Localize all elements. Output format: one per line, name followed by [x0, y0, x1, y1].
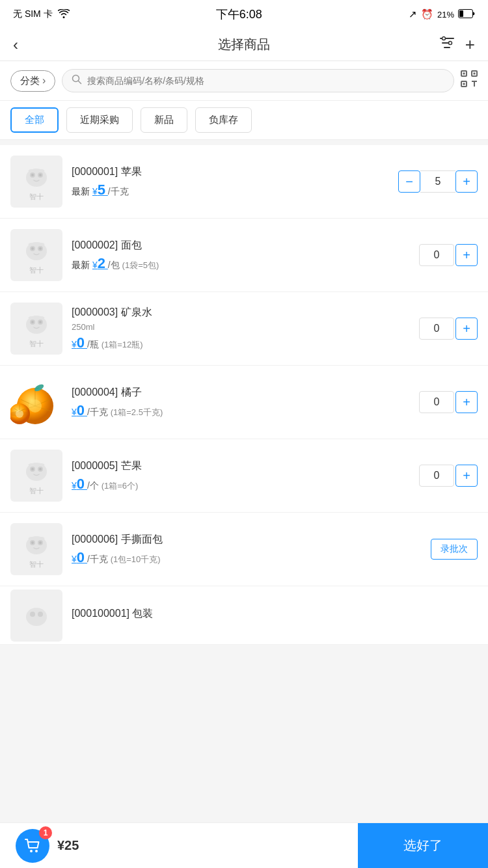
list-item: 智十 [0000003] 矿泉水 250ml ¥0 /瓶 (1箱=12瓶) + — [0, 292, 488, 366]
search-input[interactable] — [87, 75, 444, 86]
product-name: [0000001] 苹果 — [72, 165, 389, 179]
product-info: [0000006] 手撕面包 ¥0 /千克 (1包=10千克) — [72, 533, 422, 566]
product-name: [0000004] 橘子 — [72, 386, 410, 400]
quantity-control: + — [419, 244, 478, 266]
product-info: [0000001] 苹果 最新 ¥5 /千克 — [72, 165, 389, 198]
qty-input[interactable] — [419, 244, 454, 266]
qty-increase-button[interactable]: + — [455, 244, 478, 266]
list-item: 智十 [0000005] 芒果 ¥0 /个 (1箱=6个) + — [0, 439, 488, 513]
currency-symbol: ¥ — [92, 260, 98, 270]
add-icon[interactable]: + — [465, 34, 475, 55]
filter-bar: 分类 › — [0, 61, 488, 101]
product-price: 最新 ¥5 /千克 — [72, 182, 389, 198]
price-note: (1箱=12瓶) — [102, 340, 143, 349]
wifi-icon — [58, 9, 70, 20]
product-price: ¥0 /个 (1箱=6个) — [72, 476, 410, 493]
status-left: 无 SIM 卡 — [13, 8, 70, 20]
confirm-button[interactable]: 选好了 — [358, 823, 488, 869]
price-note: (1袋=5包) — [122, 260, 159, 270]
cart-area: 1 ¥25 — [0, 829, 358, 863]
svg-point-51 — [31, 468, 34, 470]
product-info: [0000004] 橘子 ¥0 /千克 (1箱=2.5千克) — [72, 386, 410, 419]
price-value: ¥2 — [92, 260, 108, 270]
thumb-app-label: 智十 — [29, 339, 44, 349]
thumb-app-label: 智十 — [29, 560, 44, 569]
tab-recent[interactable]: 近期采购 — [66, 107, 133, 133]
svg-point-25 — [31, 247, 34, 250]
product-thumbnail: 智十 — [10, 303, 62, 355]
tab-negative[interactable]: 负库存 — [195, 107, 252, 133]
battery-icon — [458, 9, 475, 20]
qty-increase-button[interactable]: + — [455, 318, 478, 340]
price-value: ¥0 — [72, 480, 87, 491]
back-button[interactable]: ‹ — [13, 36, 18, 54]
currency-symbol: ¥ — [72, 554, 77, 564]
thumb-placeholder: 智十 — [22, 309, 51, 349]
product-info: [000100001] 包装 — [72, 607, 478, 623]
svg-point-47 — [29, 400, 42, 413]
tab-new[interactable]: 新品 — [141, 107, 187, 133]
svg-point-21 — [39, 174, 42, 176]
status-time: 下午6:08 — [216, 7, 262, 22]
thumb-app-label: 智十 — [29, 192, 44, 202]
currency-symbol: ¥ — [92, 186, 98, 197]
filter-icon[interactable] — [439, 36, 455, 54]
product-spec-top: 250ml — [72, 322, 410, 332]
price-unit: /瓶 — [87, 339, 99, 349]
currency-symbol: ¥ — [72, 407, 77, 417]
svg-point-60 — [38, 612, 43, 617]
svg-point-59 — [30, 612, 35, 617]
list-item: [0000004] 橘子 ¥0 /千克 (1箱=2.5千克) + — [0, 366, 488, 439]
qty-input[interactable] — [419, 391, 454, 413]
price-value: ¥0 — [72, 339, 87, 349]
tabs-bar: 全部 近期采购 新品 负库存 — [0, 101, 488, 140]
currency-symbol: ¥ — [72, 480, 77, 491]
qty-increase-button[interactable]: + — [455, 391, 478, 413]
currency-symbol: ¥ — [72, 339, 77, 349]
product-thumbnail — [10, 590, 62, 642]
product-thumbnail — [10, 376, 62, 428]
location-icon: ↗ — [409, 8, 417, 20]
qty-input[interactable] — [419, 318, 454, 340]
price-unit: /个 — [87, 480, 99, 491]
thumb-app-label: 智十 — [29, 265, 44, 275]
nav-bar: ‹ 选择商品 + — [0, 29, 488, 61]
nav-right: + — [439, 34, 475, 55]
svg-rect-14 — [463, 83, 465, 85]
price-value: ¥0 — [72, 407, 87, 417]
product-name: [0000002] 面包 — [72, 239, 410, 252]
price-value: ¥5 — [92, 186, 108, 197]
svg-rect-13 — [474, 73, 476, 75]
tab-all[interactable]: 全部 — [10, 107, 59, 133]
price-value: ¥0 — [72, 554, 87, 564]
product-name: [0000005] 芒果 — [72, 459, 410, 473]
qty-input[interactable] — [419, 465, 454, 487]
bottom-bar: 1 ¥25 选好了 — [0, 822, 488, 868]
alarm-icon: ⏰ — [421, 8, 433, 20]
product-info: [0000002] 面包 最新 ¥2 /包 (1袋=5包) — [72, 239, 410, 272]
quantity-control: − + — [398, 170, 478, 193]
svg-point-61 — [30, 850, 33, 852]
category-button[interactable]: 分类 › — [10, 70, 55, 92]
list-item: 智十 [0000001] 苹果 最新 ¥5 /千克 − + — [0, 145, 488, 219]
cart-button[interactable]: 1 — [16, 829, 49, 863]
product-price: ¥0 /瓶 (1箱=12瓶) — [72, 334, 410, 351]
status-bar: 无 SIM 卡 下午6:08 ↗ ⏰ 21% — [0, 0, 488, 29]
batch-button[interactable]: 录批次 — [431, 539, 478, 560]
qty-increase-button[interactable]: + — [455, 465, 478, 487]
thumb-placeholder: 智十 — [22, 162, 51, 202]
svg-point-31 — [39, 321, 42, 323]
qty-input[interactable] — [420, 170, 455, 193]
list-item: 智十 [0000002] 面包 最新 ¥2 /包 (1袋=5包) + — [0, 219, 488, 292]
price-note: (1箱=6个) — [102, 481, 139, 491]
price-prefix: 最新 — [72, 260, 92, 270]
product-name: [000100001] 包装 — [72, 607, 478, 621]
price-note: (1包=10千克) — [111, 554, 161, 564]
scan-icon[interactable] — [461, 70, 478, 91]
price-note: (1箱=2.5千克) — [111, 407, 163, 417]
svg-point-58 — [26, 608, 47, 626]
status-right: ↗ ⏰ 21% — [409, 8, 475, 20]
price-prefix: 最新 — [72, 186, 92, 197]
qty-decrease-button[interactable]: − — [398, 170, 420, 193]
qty-increase-button[interactable]: + — [455, 170, 478, 193]
